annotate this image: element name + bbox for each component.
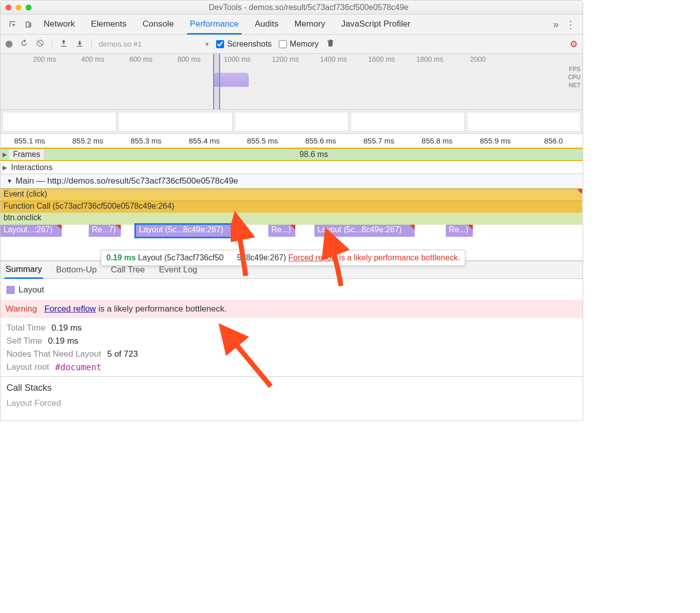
- tab-memory[interactable]: Memory: [291, 15, 328, 34]
- call-stack-entry[interactable]: Layout Forced: [7, 398, 577, 408]
- screenshots-input[interactable]: [216, 40, 224, 48]
- frame-duration: 98.6 ms: [45, 150, 583, 159]
- flame-bar[interactable]: btn.onclick: [1, 213, 582, 225]
- flame-tooltip: 0.19 ms Layout (5c73acf736cf50 578c49e:2…: [101, 250, 465, 266]
- interactions-label: Interactions: [9, 162, 55, 173]
- maximize-window-button[interactable]: [26, 5, 32, 11]
- summary-row: Nodes That Need Layout5 of 723: [7, 349, 577, 359]
- close-window-button[interactable]: [6, 5, 12, 11]
- tab-network[interactable]: Network: [41, 15, 78, 34]
- screenshot-frame[interactable]: [235, 112, 348, 131]
- main-thread-url: Main — http://demos.so/result/5c73acf736…: [16, 176, 238, 186]
- collect-garbage-icon[interactable]: [326, 39, 335, 49]
- flame-bar[interactable]: Re...): [446, 225, 473, 237]
- screenshot-frame[interactable]: [351, 112, 464, 131]
- screenshot-frame[interactable]: [118, 112, 232, 131]
- flame-bar[interactable]: Layout (5c...8c49e:267): [136, 225, 236, 237]
- clear-button[interactable]: [36, 39, 45, 49]
- tab-performance[interactable]: Performance: [187, 15, 242, 35]
- inspect-element-icon[interactable]: [6, 17, 21, 32]
- warning-text: is a likely performance bottleneck.: [98, 304, 227, 314]
- panel-menu-icon[interactable]: ⋮: [564, 19, 578, 31]
- load-profile-icon[interactable]: [59, 39, 68, 49]
- summary-value[interactable]: #document: [55, 362, 101, 372]
- screenshots-checkbox[interactable]: Screenshots: [216, 40, 272, 49]
- memory-input[interactable]: [279, 40, 287, 48]
- flame-bar[interactable]: Re...7): [89, 225, 121, 237]
- tooltip-forced-reflow-link[interactable]: Forced reflow: [288, 253, 337, 262]
- tab-elements[interactable]: Elements: [88, 15, 129, 34]
- capture-settings-gear-icon[interactable]: ⚙: [570, 39, 578, 50]
- record-button[interactable]: [6, 41, 13, 48]
- more-tabs-chevron-icon[interactable]: »: [548, 19, 564, 30]
- summary-panel: Layout Warning Forced reflow is a likely…: [1, 279, 583, 420]
- separator: [91, 39, 92, 49]
- tab-audits[interactable]: Audits: [252, 15, 281, 34]
- window-title: DevTools - demos.so/result/5c73acf736cf5…: [40, 3, 578, 12]
- performance-toolbar: demos.so #1 ▾ Screenshots Memory ⚙: [1, 35, 583, 54]
- call-stacks-title: Call Stacks: [7, 383, 577, 393]
- tab-console[interactable]: Console: [139, 15, 177, 34]
- flame-bar[interactable]: Layout (5c...8c49e:267): [314, 225, 415, 237]
- layout-color-swatch: [7, 286, 15, 294]
- tab-js-profiler[interactable]: JavaScript Profiler: [338, 15, 414, 34]
- summary-value: 0.19 ms: [51, 323, 81, 333]
- panel-tabs: Network Elements Console Performance Aud…: [41, 15, 414, 34]
- overview-selection-handle[interactable]: [213, 54, 220, 109]
- panel-tabbar: Network Elements Console Performance Aud…: [1, 15, 583, 35]
- frames-track[interactable]: ▶ Frames 98.6 ms: [1, 148, 583, 161]
- expand-triangle-icon[interactable]: ▶: [1, 164, 9, 171]
- overview-ruler: 200 ms 400 ms 600 ms 800 ms 1000 ms 1200…: [1, 54, 583, 65]
- summary-key: Nodes That Need Layout: [7, 349, 101, 359]
- window-titlebar: DevTools - demos.so/result/5c73acf736cf5…: [1, 1, 583, 15]
- save-profile-icon[interactable]: [75, 39, 84, 49]
- call-stacks-section: Call Stacks Layout Forced: [1, 376, 583, 414]
- summary-row: Total Time0.19 ms: [7, 323, 577, 333]
- device-toolbar-icon[interactable]: [21, 17, 36, 32]
- interactions-track[interactable]: ▶ Interactions: [1, 161, 583, 174]
- screenshot-frame[interactable]: [3, 112, 116, 131]
- screenshot-frame[interactable]: [467, 112, 581, 131]
- main-thread-header[interactable]: ▼ Main — http://demos.so/result/5c73acf7…: [1, 174, 583, 189]
- summary-key: Total Time: [7, 323, 45, 333]
- summary-key: Layout root: [7, 362, 49, 372]
- flame-bar[interactable]: Re...): [268, 225, 295, 237]
- context-selector[interactable]: demos.so #1 ▾: [99, 40, 209, 49]
- screenshots-strip[interactable]: [1, 110, 583, 134]
- warning-row: Warning Forced reflow is a likely perfor…: [1, 300, 583, 318]
- bottom-up-tab[interactable]: Bottom-Up: [55, 262, 98, 278]
- memory-checkbox[interactable]: Memory: [279, 40, 319, 49]
- summary-key: Self Time: [7, 336, 42, 346]
- chevron-down-icon: ▾: [205, 40, 209, 49]
- detail-ruler[interactable]: 855.1 ms 855.2 ms 855.3 ms 855.4 ms 855.…: [1, 134, 583, 148]
- devtools-window: DevTools - demos.so/result/5c73acf736cf5…: [0, 0, 583, 421]
- tooltip-warning-text: is a likely performance bottleneck.: [339, 253, 460, 262]
- collapse-triangle-icon[interactable]: ▼: [4, 178, 16, 185]
- tooltip-name: Layout (5c73acf736cf50: [138, 253, 224, 262]
- separator: [52, 39, 52, 49]
- frames-label: Frames: [9, 149, 45, 160]
- overview-row-labels: FPS CPU NET: [568, 66, 581, 89]
- flame-chart[interactable]: Event (click)Function Call (5c73acf736cf…: [1, 189, 583, 261]
- expand-triangle-icon[interactable]: ▶: [1, 151, 9, 158]
- flame-bar[interactable]: Event (click): [1, 189, 582, 201]
- summary-title: Layout: [19, 285, 44, 295]
- traffic-lights: [6, 5, 32, 11]
- summary-heading: Layout: [7, 285, 577, 295]
- overview-pane[interactable]: 200 ms 400 ms 600 ms 800 ms 1000 ms 1200…: [1, 54, 583, 110]
- flame-bar[interactable]: Layout...:267): [1, 225, 62, 237]
- warning-label: Warning: [6, 304, 37, 314]
- summary-tab[interactable]: Summary: [5, 261, 43, 279]
- forced-reflow-link[interactable]: Forced reflow: [44, 304, 96, 314]
- summary-value: 5 of 723: [107, 349, 138, 359]
- minimize-window-button[interactable]: [16, 5, 22, 11]
- reload-button[interactable]: [20, 39, 29, 49]
- summary-row: Layout root#document: [7, 362, 577, 372]
- flame-bar[interactable]: Function Call (5c73acf736cf500e0578c49e:…: [1, 201, 582, 213]
- context-label: demos.so #1: [99, 40, 142, 48]
- tooltip-duration: 0.19 ms: [106, 253, 136, 262]
- summary-value: 0.19 ms: [48, 336, 78, 346]
- summary-row: Self Time0.19 ms: [7, 336, 577, 346]
